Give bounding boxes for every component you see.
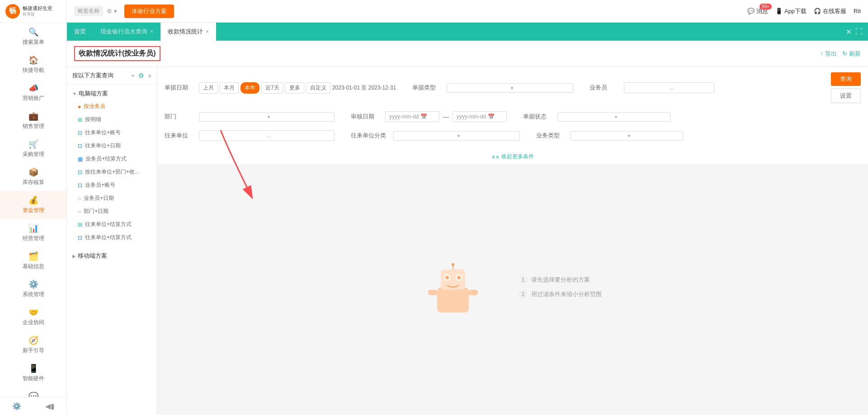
- svg-point-4: [445, 276, 449, 279]
- date-btn-more[interactable]: 更多: [285, 82, 304, 94]
- review-date-to-input[interactable]: yyyy-mm-dd 📅: [453, 111, 507, 122]
- sidebar-item-sales[interactable]: 💼 销售管理: [0, 107, 66, 135]
- sidebar-collapse-btn[interactable]: ◀▮: [45, 402, 55, 410]
- quick-nav-icon: 🏠: [28, 55, 38, 65]
- date-btn-last-month[interactable]: 上月: [199, 82, 218, 94]
- voucher-status-select[interactable]: ▾: [557, 112, 670, 122]
- svg-rect-0: [437, 288, 469, 312]
- tab-home[interactable]: 首页: [67, 23, 93, 41]
- export-icon: ↑: [821, 50, 824, 57]
- svg-point-5: [457, 276, 461, 279]
- results-area: 1 请先选择要分析的方案 2 用过滤条件来缩小分析范围: [157, 164, 868, 415]
- scheme-item-icon-5: ⊡: [78, 169, 82, 175]
- scheme-item-dept-date[interactable]: ○ 部门+日期: [67, 205, 157, 218]
- scheme-item-partner-payment[interactable]: ⊞ 往来单位+结算方式: [67, 218, 157, 231]
- salesperson-label: 业务员: [590, 84, 617, 92]
- sidebar-item-quick-nav[interactable]: 🏠 快捷导航: [0, 51, 66, 79]
- base-info-icon: 🗂️: [28, 251, 38, 261]
- collapse-more-btn[interactable]: ∧∧ 收起更多条件: [491, 153, 534, 160]
- calendar-icon: 📅: [420, 113, 427, 120]
- voucher-type-select[interactable]: ▾: [447, 83, 573, 93]
- sidebar-item-purchase[interactable]: 🛒 采购管理: [0, 135, 66, 163]
- trial-btn[interactable]: 体验行业方案: [124, 5, 174, 18]
- scheme-item-partner-payment2[interactable]: ⊡ 往来单位+结算方式: [67, 231, 157, 244]
- date-btn-custom[interactable]: 自定义: [306, 82, 330, 94]
- marketing-icon: 📣: [28, 83, 38, 93]
- filter-settings-btn[interactable]: 设置: [831, 89, 861, 103]
- scheme-group-mobile-header[interactable]: ▶ 移动端方案: [67, 250, 157, 262]
- scheme-item-partner-date[interactable]: ⊡ 往来单位+日期: [67, 139, 157, 152]
- business-type-select[interactable]: ▾: [571, 131, 684, 141]
- review-date-label: 审核日期: [351, 113, 378, 121]
- scheme-panel: 按以下方案查询 + ⚙ « ▼ 电脑端方案 ● 按业务员 ⊞: [67, 67, 157, 415]
- scheme-settings-btn[interactable]: ⚙: [138, 72, 144, 79]
- sidebar-item-guide[interactable]: 🧭 新手引导: [0, 331, 66, 359]
- scheme-item-icon-4: ▦: [78, 156, 83, 162]
- sidebar-item-wechat[interactable]: 💬 企业微信: [0, 387, 66, 397]
- sidebar-item-inventory[interactable]: 📦 库存核算: [0, 163, 66, 191]
- date-btn-this-year[interactable]: 本年: [241, 82, 259, 94]
- app-download-btn[interactable]: 📱 App下载: [775, 7, 807, 15]
- tab-collection-stats-close[interactable]: ×: [206, 28, 209, 35]
- date-buttons: 上月 本月 本年 近7天 更多 自定义 2023-01-01 至 2023-12…: [199, 82, 396, 94]
- tab-collection-stats[interactable]: 收款情况统计 ×: [160, 23, 216, 41]
- collapse-icon: ∧∧: [491, 154, 500, 160]
- sidebar-item-base-info[interactable]: 🗂️ 基础信息: [0, 247, 66, 275]
- date-btn-last-7-days[interactable]: 近7天: [261, 82, 283, 94]
- topbar: 账套名称 ⚙ ▾ 体验行业方案 💬 消息 99+ 📱 App下载 🎧 在线客服 …: [67, 0, 868, 23]
- export-btn[interactable]: ↑ 导出: [821, 50, 837, 58]
- online-service-btn[interactable]: 🎧 在线客服: [814, 7, 846, 15]
- scheme-item-salesperson-payment[interactable]: ▦ 业务员+结算方式: [67, 152, 157, 165]
- sidebar-item-search-menu[interactable]: 🔍 搜索菜单: [0, 23, 66, 51]
- step-num-2: 2: [519, 290, 528, 299]
- scheme-item-by-detail[interactable]: ⊞ 按明细: [67, 113, 157, 126]
- refresh-btn[interactable]: ↻ 刷新: [842, 50, 861, 58]
- sidebar-item-marketing[interactable]: 📣 营销推广: [0, 79, 66, 107]
- logo-text: 畅捷通好生意: [23, 5, 52, 11]
- tab-bank-flow[interactable]: 现金银行流水查询 ×: [93, 23, 160, 41]
- messages-badge: 99+: [760, 4, 772, 9]
- scheme-group-desktop-header[interactable]: ▼ 电脑端方案: [67, 87, 157, 100]
- salesperson-more-btn[interactable]: ...: [669, 85, 710, 91]
- user-avatar[interactable]: Rit: [854, 8, 861, 14]
- salesperson-select[interactable]: ...: [624, 82, 714, 93]
- partner-select[interactable]: ...: [199, 130, 335, 141]
- sidebar-item-hardware[interactable]: 📱 智能硬件: [0, 359, 66, 387]
- scheme-item-salesperson-date[interactable]: ○ 业务员+日期: [67, 192, 157, 205]
- scheme-collapse-btn[interactable]: «: [148, 72, 151, 79]
- scheme-item-partner-dept-collect[interactable]: ⊡ 按往来单位+部门+收...: [67, 165, 157, 179]
- date-label: 单据日期: [165, 84, 192, 92]
- dept-select[interactable]: ▾: [199, 112, 335, 122]
- partner-category-select[interactable]: ▾: [393, 131, 520, 141]
- sidebar-item-operations[interactable]: 📊 经营管理: [0, 219, 66, 247]
- scheme-header-actions: + ⚙ «: [131, 72, 151, 79]
- sidebar-item-enterprise[interactable]: 🤝 企业协同: [0, 303, 66, 331]
- empty-steps: 1 请先选择要分析的方案 2 用过滤条件来缩小分析范围: [519, 275, 602, 304]
- tab-bank-flow-close[interactable]: ×: [150, 28, 153, 35]
- voucher-type-arrow: ▾: [511, 85, 569, 90]
- topbar-settings-icon[interactable]: ⚙: [107, 8, 112, 14]
- date-btn-this-month[interactable]: 本月: [220, 82, 239, 94]
- sidebar-item-finance[interactable]: 💰 资金管理: [0, 191, 66, 219]
- tabs-close-all-icon[interactable]: ✕: [846, 28, 852, 36]
- scheme-item-salesperson-account[interactable]: ⊡ 业务员+账号: [67, 179, 157, 192]
- scheme-add-btn[interactable]: +: [131, 72, 135, 79]
- logo-badge: 标准版: [23, 11, 52, 17]
- headset-icon: 🎧: [814, 8, 821, 14]
- sidebar-settings-btn[interactable]: ⚙️: [12, 402, 21, 410]
- sidebar-item-system[interactable]: ⚙️ 系统管理: [0, 275, 66, 303]
- scheme-item-partner-account[interactable]: ⊡ 往来单位+账号: [67, 126, 157, 139]
- voucher-status-arrow: ▾: [615, 114, 666, 119]
- review-date-from-input[interactable]: yyyy-mm-dd 📅: [385, 111, 439, 122]
- tabs-expand-icon[interactable]: ⛶: [855, 28, 863, 36]
- partner-more-btn[interactable]: ...: [267, 132, 330, 139]
- scheme-item-by-salesperson[interactable]: ● 按业务员: [67, 100, 157, 113]
- filter-row-1: 单据日期 上月 本月 本年 近7天 更多 自定义 2023-01-01 至 20…: [157, 67, 868, 105]
- business-type-arrow: ▾: [628, 133, 679, 138]
- topbar-dropdown-icon[interactable]: ▾: [114, 8, 117, 14]
- partner-category-label: 往来单位分类: [351, 132, 386, 140]
- query-btn[interactable]: 查询: [831, 72, 861, 86]
- filter-row-3: 往来单位 ... 往来单位分类 ▾ 业务类型 ▾: [157, 128, 868, 145]
- logo-icon: 畅: [5, 4, 20, 19]
- messages-btn[interactable]: 💬 消息 99+: [747, 7, 768, 15]
